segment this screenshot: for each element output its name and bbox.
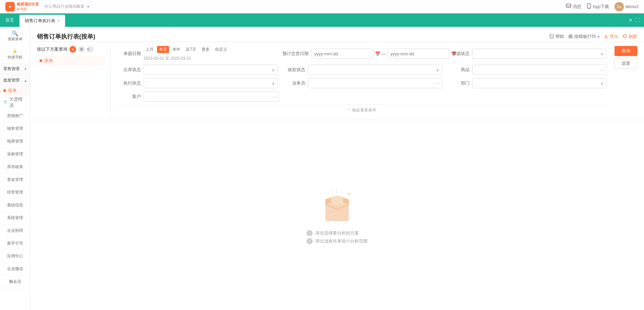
date-tab-custom[interactable]: 自定义 [213, 46, 229, 53]
template-print-button[interactable]: 按模板打印 ▾ [568, 32, 600, 42]
sidebar-item-purchase[interactable]: 采购管理 [0, 148, 30, 161]
page-title: 销售订单执行表(按单) [37, 33, 95, 41]
sidebar-item-ecommerce[interactable]: 电商管理 [0, 135, 30, 148]
date-tab-current-month[interactable]: 本月 [157, 46, 169, 53]
expected-delivery-end[interactable] [387, 49, 450, 59]
export-button[interactable]: 导出 [604, 32, 619, 42]
date-tab-last7[interactable]: 近7天 [184, 46, 198, 53]
sidebar-item-sales[interactable]: 销售管理 [0, 122, 30, 135]
settings-button[interactable]: 设置 [614, 58, 637, 69]
sidebar-item-marketing[interactable]: 营销推广 [0, 110, 30, 122]
collapse-chevron-icon: ⌃ [347, 108, 351, 113]
print-icon [568, 34, 573, 40]
status-select[interactable] [472, 49, 606, 59]
dept-dropdown-wrapper: ∨ [472, 78, 606, 88]
add-scheme-button[interactable]: + [69, 46, 76, 53]
expected-delivery-start[interactable] [311, 49, 374, 59]
help-button[interactable]: ? 帮助 [549, 32, 564, 42]
sidebar-item-basic[interactable]: 基础信息 [0, 199, 30, 212]
tab-close-icon[interactable]: × [57, 18, 60, 23]
goods-input[interactable] [472, 65, 606, 75]
stock-status-select[interactable] [144, 65, 278, 75]
salesman-ellipsis-button[interactable]: ··· [436, 81, 440, 86]
payment-status-select[interactable] [308, 65, 442, 75]
print-dropdown-icon[interactable]: ▾ [597, 34, 600, 39]
filter-panel: 按以下方案查询 + ⚙ ≡ 按单 [30, 42, 644, 120]
svg-line-13 [340, 191, 342, 194]
sidebar-item-system[interactable]: 系统管理 [0, 212, 30, 224]
message-button[interactable]: 消息 [566, 3, 581, 10]
topbar-right: 消息 App下载 Ea demo2 [566, 2, 639, 11]
customer-label: 客户 [117, 94, 141, 100]
content-area: 销售订单执行表(按单) ? 帮助 [30, 27, 644, 310]
filter-right-panel: 单据日期 上月 本月 本年 近7天 更多 自定义 [111, 46, 637, 116]
execution-status-wrapper: ∨ [144, 78, 278, 88]
customer-ellipsis-button[interactable]: ··· [273, 94, 277, 99]
scheme-press-order[interactable]: 按单 [37, 56, 105, 65]
filter-payment-status: 收款状态 ∨ [282, 65, 442, 75]
salesman-input[interactable] [308, 78, 442, 88]
svg-text:✦: ✦ [347, 192, 351, 197]
svg-point-3 [589, 7, 589, 8]
execution-status-select[interactable] [144, 78, 278, 88]
window-maximize-icon[interactable]: ⛶ [635, 17, 640, 23]
wholesale-expand-icon: ▴ [24, 78, 26, 83]
sidebar-item-enterprise[interactable]: 企业协同 [0, 224, 30, 237]
salesman-label: 业务员 [282, 80, 305, 86]
filter-status-field: 单据状态 ∨ [446, 49, 606, 59]
action-buttons: 查询 设置 [614, 46, 637, 116]
tab-sales-order[interactable]: 销售订单执行表 × [19, 15, 65, 27]
svg-rect-8 [570, 37, 572, 38]
empty-state: ✦ ✦ 1 请先选择要分析的方案 2 用过滤条件来缩小分析范围 [30, 120, 644, 310]
goods-ellipsis-button[interactable]: ··· [600, 67, 604, 72]
execution-status-label: 执行状态 [117, 80, 141, 86]
customer-input[interactable] [144, 92, 279, 102]
topbar-dropdown-icon[interactable]: ▾ [87, 4, 89, 9]
sidebar-sub-arrears[interactable]: ⏱ 欠货情况 [0, 95, 30, 110]
svg-line-14 [332, 191, 334, 194]
filter-row-4: 客户 ··· [117, 92, 606, 102]
sidebar-item-member[interactable]: 畅会员 [0, 275, 30, 288]
empty-tip-1: 1 请先选择要分析的方案 [307, 230, 368, 236]
sidebar-item-fund[interactable]: 资金管理 [0, 173, 30, 186]
app-download-button[interactable]: App下载 [587, 3, 609, 10]
date-tab-last-month[interactable]: 上月 [144, 46, 156, 53]
sidebar-item-search[interactable]: 🔍 搜索菜单 [0, 27, 30, 45]
date-tab-current-year[interactable]: 本年 [170, 46, 182, 53]
refresh-button[interactable]: 刷新 [623, 32, 637, 42]
sidebar-item-newguide[interactable]: 新手引导 [0, 237, 30, 250]
phone-icon [587, 3, 591, 10]
sidebar-item-inventory[interactable]: 库存核算 [0, 161, 30, 173]
scheme-collapse-button[interactable]: ≡ [87, 46, 94, 53]
filter-layout: 按以下方案查询 + ⚙ ≡ 按单 [37, 46, 637, 116]
user-menu[interactable]: Ea demo2 [614, 2, 639, 11]
sidebar-item-quicknav[interactable]: ⚡ 快捷导航 [0, 45, 30, 63]
window-close-icon[interactable]: ✕ [629, 17, 633, 23]
avatar: Ea [614, 2, 624, 11]
export-icon [604, 34, 608, 40]
salesman-input-wrapper: ··· [308, 78, 442, 88]
sidebar-item-retail[interactable]: 零售管理 ▾ [0, 63, 30, 75]
filter-salesman-field: 业务员 ··· [282, 78, 442, 88]
date-tab-more[interactable]: 更多 [200, 46, 212, 53]
sidebar-item-ops[interactable]: 经营管理 [0, 186, 30, 199]
filter-fields: 单据日期 上月 本月 本年 近7天 更多 自定义 [117, 46, 606, 116]
sidebar-sub-press-order[interactable]: 按单 [0, 86, 30, 95]
sidebar-item-wechat[interactable]: 企业微信 [0, 263, 30, 275]
sidebar-item-wholesale[interactable]: 批发管理 ▴ [0, 75, 30, 86]
filter-row-3: 执行状态 ∨ 业务员 [117, 78, 606, 88]
filter-main-content: 单据日期 上月 本月 本年 近7天 更多 自定义 [117, 46, 637, 116]
help-icon: ? [549, 34, 554, 40]
sidebar-item-appcenter[interactable]: 应用中心 [0, 250, 30, 263]
expected-delivery-label: 预计交货日期 [282, 51, 309, 57]
goods-label: 商品 [446, 67, 470, 73]
search-icon: 🔍 [12, 31, 18, 36]
tab-home[interactable]: 首页 [0, 13, 19, 27]
collapse-more-button[interactable]: ⌃ 收起更多条件 [117, 104, 606, 116]
filter-stock-status: 出库状态 ∨ [117, 65, 278, 75]
search-button[interactable]: 查询 [614, 46, 637, 56]
scheme-settings-button[interactable]: ⚙ [78, 46, 85, 53]
tip-1-number: 1 [307, 230, 313, 236]
dept-select[interactable] [472, 78, 606, 88]
calendar-start-icon[interactable]: 📅 [375, 51, 380, 56]
